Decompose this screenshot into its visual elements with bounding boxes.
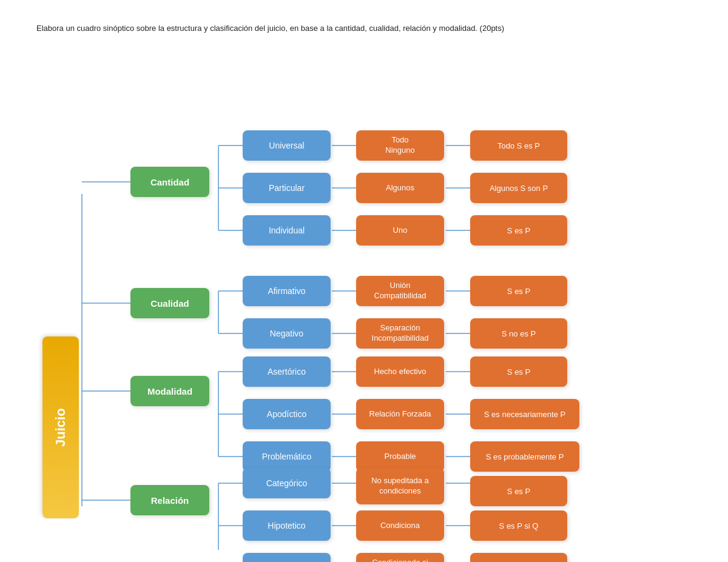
juicio-label: Juicio: [53, 408, 69, 447]
sub-asertorico: Asertórico: [243, 356, 331, 387]
categoria-relacion: Relación: [130, 485, 209, 515]
modalidad-label: Modalidad: [147, 386, 192, 396]
sub-apodíctico: Apodíctico: [243, 399, 331, 429]
form-s-es-p-si-q: S es P si Q: [470, 510, 567, 541]
form-s-no-es-p: S no es P: [470, 318, 567, 349]
form-s-es-p-o-q: S es P o Q: [470, 553, 567, 562]
cantidad-label: Cantidad: [150, 177, 189, 187]
sub-particular: Particular: [243, 173, 331, 203]
form-s-es-prob-p: S es probablemente P: [470, 441, 579, 472]
sub-disyuntivo: Disyuntivo: [243, 553, 331, 562]
det-algunos: Algunos: [356, 173, 444, 203]
sub-negativo: Negativo: [243, 318, 331, 349]
det-uno: Uno: [356, 215, 444, 246]
det-probable: Probable: [356, 441, 444, 472]
form-s-es-p-4: S es P: [470, 476, 567, 506]
sub-afirmativo: Afirmativo: [243, 276, 331, 306]
det-condiciona: Condiciona: [356, 510, 444, 541]
form-s-es-p-1: S es P: [470, 215, 567, 246]
det-todo-ninguno: TodoNinguno: [356, 130, 444, 161]
det-hecho: Hecho efectivo: [356, 356, 444, 387]
det-relacion-forzada: Relación Forzada: [356, 399, 444, 429]
form-s-es-nec-p: S es necesariamente P: [470, 399, 579, 429]
sub-problematico: Problemático: [243, 441, 331, 472]
form-s-es-p-3: S es P: [470, 356, 567, 387]
cualidad-label: Cualidad: [150, 298, 189, 309]
categoria-modalidad: Modalidad: [130, 376, 209, 406]
form-todo-s-es-p: Todo S es P: [470, 130, 567, 161]
det-separacion: SeparaciónIncompatibilidad: [356, 318, 444, 349]
categoria-cantidad: Cantidad: [130, 167, 209, 197]
sub-categorico: Categórico: [243, 468, 331, 498]
relacion-label: Relación: [151, 495, 189, 506]
categoria-cualidad: Cualidad: [130, 288, 209, 318]
diagram: Juicio Cantidad Cualidad Modalidad Relac…: [36, 61, 716, 550]
form-algunos-s-son-p: Algunos S son P: [470, 173, 567, 203]
form-s-es-p-2: S es P: [470, 276, 567, 306]
sub-hipotetico: Hipotetico: [243, 510, 331, 541]
sub-individual: Individual: [243, 215, 331, 246]
sub-universal: Universal: [243, 130, 331, 161]
juicio-box: Juicio: [42, 336, 79, 518]
det-no-supeditada: No supeditada acondiciones: [356, 468, 444, 504]
instruction-text: Elabora un cuadro sinóptico sobre la est…: [36, 23, 692, 34]
det-condicionado: Condicionado siafrmar: [356, 553, 444, 562]
det-union: UniónCompatibilidad: [356, 276, 444, 306]
